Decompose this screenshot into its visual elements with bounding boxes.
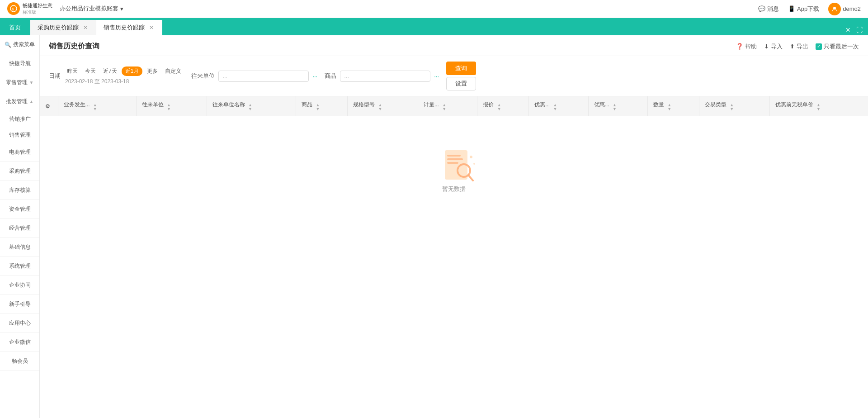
sidebar-item-system[interactable]: 系统管理 bbox=[0, 257, 39, 276]
tab-bar-actions: ✕ ⛶ bbox=[844, 24, 868, 35]
only-last-checkbox[interactable]: ✓ bbox=[816, 43, 822, 50]
app-download-action[interactable]: 📱 App下载 bbox=[788, 5, 819, 13]
table-header-row: ⚙ 业务发生... ▲▼ 往来单位 ▲▼ 往来单位名称 bbox=[40, 96, 868, 116]
sidebar-item-wechat[interactable]: 企业微信 bbox=[0, 333, 39, 352]
collaboration-label: 企业协同 bbox=[9, 281, 31, 289]
inventory-label: 库存核算 bbox=[9, 186, 31, 194]
username-label: demo2 bbox=[843, 5, 861, 12]
sidebar-item-business[interactable]: 经营管理 bbox=[0, 219, 39, 238]
product-input[interactable] bbox=[340, 71, 430, 82]
breadcrumb-label: 办公用品行业模拟账套 bbox=[60, 5, 118, 13]
col-biz-date[interactable]: 业务发生... ▲▼ bbox=[58, 96, 136, 116]
message-action[interactable]: 💬 消息 bbox=[758, 5, 779, 13]
settings-col-icon[interactable]: ⚙ bbox=[45, 103, 50, 109]
tab-maximize-button[interactable]: ⛶ bbox=[854, 24, 864, 35]
sidebar-item-marketing[interactable]: 营销推广 bbox=[0, 111, 39, 127]
tab-sales-close[interactable]: ✕ bbox=[148, 24, 155, 32]
date-range-display: 2023-02-18 至 2023-03-18 bbox=[64, 78, 184, 86]
breadcrumb-select[interactable]: 办公用品行业模拟账套 ▾ bbox=[56, 4, 127, 14]
tab-sales-label: 销售历史价跟踪 bbox=[104, 24, 145, 32]
col-trade-type[interactable]: 交易类型 ▲▼ bbox=[699, 96, 769, 116]
svg-text:6: 6 bbox=[12, 7, 14, 11]
search-button[interactable]: 查询 bbox=[446, 62, 476, 75]
sidebar-item-wholesale[interactable]: 批发管理 ▲ bbox=[0, 92, 39, 111]
tab-bar: 首页 采购历史价跟踪 ✕ 销售历史价跟踪 ✕ ✕ ⛶ bbox=[0, 18, 868, 35]
col-partner-name[interactable]: 往来单位名称 ▲▼ bbox=[207, 96, 296, 116]
sort-icon-discount2: ▲▼ bbox=[613, 103, 617, 111]
top-bar: 6 畅捷通好生意 标准版 办公用品行业模拟账套 ▾ 💬 消息 📱 App下载 d… bbox=[0, 0, 868, 18]
help-button[interactable]: ❓ 帮助 bbox=[736, 43, 757, 51]
col-discount1[interactable]: 优惠... ▲▼ bbox=[529, 96, 588, 116]
retail-label: 零售管理 bbox=[6, 79, 28, 86]
date-tab-more[interactable]: 更多 bbox=[144, 66, 160, 76]
app-icon: 📱 bbox=[788, 5, 795, 12]
avatar bbox=[828, 3, 841, 15]
finance-label: 资金管理 bbox=[9, 205, 31, 213]
tab-home[interactable]: 首页 bbox=[0, 20, 30, 35]
col-pre-tax-price[interactable]: 优惠前无税单价 ▲▼ bbox=[769, 96, 868, 116]
partner-filter-label: 往来单位 bbox=[191, 72, 215, 80]
sidebar-item-apps[interactable]: 应用中心 bbox=[0, 314, 39, 333]
only-last-checkbox-label[interactable]: ✓ 只看最后一次 bbox=[816, 43, 859, 51]
sidebar-item-shortcut[interactable]: 快捷导航 bbox=[0, 54, 39, 73]
export-button[interactable]: ⬆ 导出 bbox=[790, 43, 808, 51]
sidebar-item-ecommerce[interactable]: 电商管理 bbox=[0, 143, 39, 162]
message-label: 消息 bbox=[767, 5, 779, 13]
tab-purchase-history[interactable]: 采购历史价跟踪 ✕ bbox=[30, 20, 96, 35]
settings-button[interactable]: 设置 bbox=[446, 77, 476, 90]
export-icon: ⬆ bbox=[790, 43, 795, 50]
col-price[interactable]: 报价 ▲▼ bbox=[477, 96, 529, 116]
col-discount1-label: 优惠... bbox=[534, 101, 550, 108]
main-layout: 🔍 搜索菜单 快捷导航 零售管理 ▼ 批发管理 ▲ 营销推广 销售管理 电商管理… bbox=[0, 35, 868, 418]
sort-icon-discount1: ▲▼ bbox=[553, 103, 557, 111]
user-action[interactable]: demo2 bbox=[828, 3, 861, 15]
import-button[interactable]: ⬇ 导入 bbox=[764, 43, 783, 51]
tab-close-all-button[interactable]: ✕ bbox=[844, 24, 853, 35]
vip-label: 畅会员 bbox=[12, 357, 28, 365]
date-tab-today[interactable]: 今天 bbox=[82, 66, 99, 76]
partner-more-icon[interactable]: ··· bbox=[312, 73, 317, 80]
sidebar-item-retail[interactable]: 零售管理 ▼ bbox=[0, 73, 39, 92]
sort-icon-biz-date: ▲▼ bbox=[93, 103, 97, 111]
sidebar-item-vip[interactable]: 畅会员 bbox=[0, 352, 39, 371]
product-filter-label: 商品 bbox=[325, 72, 336, 80]
col-partner-code[interactable]: 往来单位 ▲▼ bbox=[136, 96, 207, 116]
sidebar-item-search[interactable]: 🔍 搜索菜单 bbox=[0, 35, 39, 54]
col-unit[interactable]: 计量... ▲▼ bbox=[418, 96, 477, 116]
sort-icon-pre-tax-price: ▲▼ bbox=[816, 103, 821, 111]
partner-input[interactable] bbox=[218, 71, 309, 82]
date-tab-7days[interactable]: 近7天 bbox=[100, 66, 120, 76]
search-icon: 🔍 bbox=[5, 42, 11, 48]
sidebar-item-sales[interactable]: 销售管理 bbox=[0, 127, 39, 143]
col-spec[interactable]: 规格型号 ▲▼ bbox=[348, 96, 418, 116]
sidebar-item-inventory[interactable]: 库存核算 bbox=[0, 181, 39, 200]
sidebar-item-purchase[interactable]: 采购管理 bbox=[0, 162, 39, 181]
tab-purchase-close[interactable]: ✕ bbox=[82, 24, 89, 32]
data-table: ⚙ 业务发生... ▲▼ 往来单位 ▲▼ 往来单位名称 bbox=[40, 96, 868, 116]
product-more-icon[interactable]: ··· bbox=[434, 73, 439, 80]
col-partner-name-label: 往来单位名称 bbox=[212, 101, 245, 108]
wechat-label: 企业微信 bbox=[9, 338, 31, 346]
logo-text-block: 畅捷通好生意 标准版 bbox=[23, 2, 52, 15]
date-tab-yesterday[interactable]: 昨天 bbox=[64, 66, 80, 76]
sidebar-item-guide[interactable]: 新手引导 bbox=[0, 295, 39, 314]
col-discount2[interactable]: 优惠... ▲▼ bbox=[588, 96, 647, 116]
product-filter-group: 商品 ··· bbox=[325, 71, 439, 82]
help-icon: ❓ bbox=[736, 43, 743, 50]
message-icon: 💬 bbox=[758, 5, 765, 12]
tab-sales-history[interactable]: 销售历史价跟踪 ✕ bbox=[96, 20, 162, 35]
wholesale-label: 批发管理 bbox=[6, 98, 28, 105]
col-quantity[interactable]: 数量 ▲▼ bbox=[647, 96, 699, 116]
empty-icon bbox=[436, 143, 472, 180]
sidebar-item-collaboration[interactable]: 企业协同 bbox=[0, 276, 39, 295]
date-filter-label: 日期 bbox=[49, 72, 61, 80]
date-filter-group: 日期 昨天 今天 近7天 近1月 更多 自定义 2023-02-18 至 202… bbox=[49, 66, 184, 86]
date-filter: 昨天 今天 近7天 近1月 更多 自定义 2023-02-18 至 2023-0… bbox=[64, 66, 184, 86]
col-product[interactable]: 商品 ▲▼ bbox=[296, 96, 348, 116]
sidebar-item-finance[interactable]: 资金管理 bbox=[0, 200, 39, 219]
import-label: 导入 bbox=[771, 43, 783, 51]
sidebar-item-basic[interactable]: 基础信息 bbox=[0, 238, 39, 257]
sidebar: 🔍 搜索菜单 快捷导航 零售管理 ▼ 批发管理 ▲ 营销推广 销售管理 电商管理… bbox=[0, 35, 40, 418]
date-tab-custom[interactable]: 自定义 bbox=[162, 66, 184, 76]
date-tab-1month[interactable]: 近1月 bbox=[122, 66, 143, 76]
